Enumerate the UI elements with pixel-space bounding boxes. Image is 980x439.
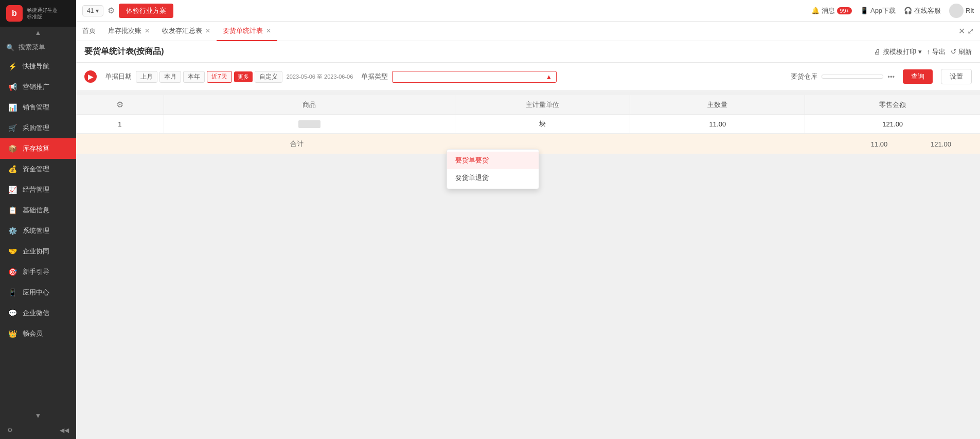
- finance-icon: 💰: [7, 164, 17, 174]
- logo-text: 畅捷通好生意 标准版: [27, 7, 58, 20]
- tab-shipment-summary[interactable]: 收发存汇总表 ✕: [156, 22, 217, 41]
- main-area: 41 ▾ ⚙ 体验行业方案 🔔 消息 99+ 📱 App下载 🎧 在线客服: [76, 0, 980, 439]
- filter-toggle-btn[interactable]: ▶: [84, 70, 97, 83]
- search-button[interactable]: 查询: [903, 69, 933, 84]
- chevron-down-icon: ▾: [96, 7, 99, 14]
- refresh-btn[interactable]: ↺ 刷新: [951, 47, 972, 57]
- type-filter-group: 单据类型 ▲: [361, 71, 782, 83]
- sidebar-item-guide[interactable]: 🎯 新手引导: [0, 262, 76, 282]
- date-more[interactable]: 更多: [234, 71, 253, 82]
- tabs-expand[interactable]: ⤢: [967, 26, 974, 36]
- print-icon: 🖨: [874, 48, 881, 56]
- sidebar-item-marketing[interactable]: 📢 营销推广: [0, 77, 76, 97]
- sidebar-item-inventory[interactable]: 📦 库存核算: [0, 138, 76, 159]
- cell-num: 1: [76, 115, 164, 134]
- date-label: 单据日期: [105, 72, 132, 81]
- page-title: 要货单统计表(按商品): [84, 46, 164, 57]
- purchase-icon: 🛒: [7, 123, 17, 133]
- close-tab-inventory-batch[interactable]: ✕: [145, 27, 150, 34]
- print-chevron-icon: ▾: [918, 48, 922, 56]
- more-filters-icon[interactable]: •••: [887, 73, 895, 81]
- app-download-btn[interactable]: 📱 App下载: [860, 6, 896, 15]
- tabs-right-actions: ✕ ⤢: [958, 26, 974, 36]
- type-label: 单据类型: [361, 72, 388, 81]
- date-range-display: 2023-05-06 至 2023-06-06: [287, 73, 353, 81]
- date-this-month[interactable]: 本月: [159, 71, 181, 83]
- col-header-num: ⚙: [76, 95, 164, 115]
- warehouse-select[interactable]: [822, 75, 883, 79]
- table-row: 1 块 11.00 121.00: [76, 115, 980, 134]
- cell-amount: 121.00: [805, 115, 980, 134]
- sidebar-settings-icon[interactable]: ⚙: [7, 427, 13, 434]
- basic-icon: 📋: [7, 205, 17, 215]
- tabs-close-all[interactable]: ✕: [958, 26, 965, 36]
- topbar: 41 ▾ ⚙ 体验行业方案 🔔 消息 99+ 📱 App下载 🎧 在线客服: [76, 0, 980, 22]
- sidebar-item-quick-nav[interactable]: ⚡ 快捷导航: [0, 56, 76, 77]
- sidebar-item-basic[interactable]: 📋 基础信息: [0, 200, 76, 221]
- type-dropdown: 要货单要货 要货单退货: [447, 149, 539, 189]
- bell-icon: 🔔: [811, 7, 819, 14]
- type-select[interactable]: ▲: [392, 71, 557, 83]
- logo-icon: b: [6, 5, 23, 22]
- sidebar-item-enterprise[interactable]: 🤝 企业协同: [0, 241, 76, 262]
- system-icon: ⚙️: [7, 226, 17, 236]
- guide-icon: 🎯: [7, 267, 17, 277]
- sidebar-search[interactable]: 🔍 搜索菜单: [0, 39, 76, 56]
- sidebar-item-purchase[interactable]: 🛒 采购管理: [0, 118, 76, 138]
- data-table: ⚙ 商品 主计量单位 主数量 零售金额 1: [76, 95, 980, 134]
- tabs-bar: 首页 库存批次账 ✕ 收发存汇总表 ✕ 要货单统计表 ✕ ✕ ⤢: [76, 22, 980, 41]
- sidebar-item-appstore[interactable]: 📱 应用中心: [0, 282, 76, 303]
- table-gear-icon[interactable]: ⚙: [116, 100, 123, 109]
- sidebar: b 畅捷通好生意 标准版 ▲ 🔍 搜索菜单 ⚡ 快捷导航 📢 营销推广 📊 销售…: [0, 0, 76, 439]
- close-tab-order-stats[interactable]: ✕: [266, 27, 271, 34]
- date-last7days[interactable]: 近7天: [207, 71, 232, 83]
- trial-button[interactable]: 体验行业方案: [119, 4, 173, 18]
- sidebar-item-wechat[interactable]: 💬 企业微信: [0, 303, 76, 323]
- close-tab-shipment-summary[interactable]: ✕: [205, 27, 210, 34]
- print-btn[interactable]: 🖨 按模板打印 ▾: [874, 47, 922, 57]
- col-header-amount: 零售金额: [805, 95, 980, 115]
- sidebar-item-finance[interactable]: 💰 资金管理: [0, 159, 76, 179]
- avatar: [949, 4, 964, 18]
- quick-nav-icon: ⚡: [7, 61, 17, 71]
- tab-home[interactable]: 首页: [82, 22, 102, 41]
- user-menu[interactable]: Rit: [949, 4, 974, 18]
- sales-icon: 📊: [7, 102, 17, 113]
- tab-inventory-batch[interactable]: 库存批次账 ✕: [102, 22, 156, 41]
- dropdown-item-order-return[interactable]: 要货单退货: [447, 169, 539, 187]
- page-header: 要货单统计表(按商品) 🖨 按模板打印 ▾ ↑ 导出 ↺ 刷新: [76, 41, 980, 63]
- footer-qty: 11.00: [848, 140, 910, 148]
- col-header-unit: 主计量单位: [455, 95, 630, 115]
- sidebar-scroll-up[interactable]: ▲: [0, 27, 76, 39]
- footer-amount: 121.00: [910, 140, 972, 148]
- topbar-gear-icon[interactable]: ⚙: [108, 6, 115, 15]
- warehouse-filter-group: 要货仓库 •••: [791, 72, 895, 81]
- tab-order-stats[interactable]: 要货单统计表 ✕: [217, 22, 277, 41]
- date-custom[interactable]: 自定义: [255, 71, 282, 83]
- export-btn[interactable]: ↑ 导出: [927, 47, 946, 57]
- sidebar-item-member[interactable]: 👑 畅会员: [0, 323, 76, 344]
- col-header-qty: 主数量: [630, 95, 805, 115]
- date-prev-month[interactable]: 上月: [136, 71, 157, 83]
- sidebar-item-system[interactable]: ⚙️ 系统管理: [0, 221, 76, 241]
- type-chevron-icon: ▲: [545, 73, 552, 81]
- sidebar-item-sales[interactable]: 📊 销售管理: [0, 97, 76, 118]
- date-filter-group: 单据日期 上月 本月 本年 近7天 更多 自定义 2023-05-06 至 20…: [105, 71, 353, 83]
- date-this-year[interactable]: 本年: [183, 71, 205, 83]
- dropdown-item-order-goods[interactable]: 要货单要货: [447, 152, 539, 169]
- settings-button[interactable]: 设置: [941, 69, 972, 84]
- operations-icon: 📈: [7, 185, 17, 195]
- col-header-goods: 商品: [164, 95, 455, 115]
- sidebar-collapse-btn[interactable]: ◀◀: [60, 427, 69, 434]
- online-service-btn[interactable]: 🎧 在线客服: [904, 6, 941, 15]
- refresh-icon: ↺: [951, 48, 956, 56]
- search-icon: 🔍: [6, 44, 14, 51]
- enterprise-icon: 🤝: [7, 246, 17, 257]
- appstore-icon: 📱: [7, 287, 17, 298]
- mobile-icon: 📱: [860, 7, 868, 14]
- sidebar-scroll-down[interactable]: ▼: [0, 410, 76, 422]
- notifications-btn[interactable]: 🔔 消息 99+: [811, 6, 852, 15]
- sidebar-item-operations[interactable]: 📈 经营管理: [0, 179, 76, 200]
- warehouse-label: 要货仓库: [791, 72, 817, 81]
- org-selector[interactable]: 41 ▾: [82, 5, 103, 16]
